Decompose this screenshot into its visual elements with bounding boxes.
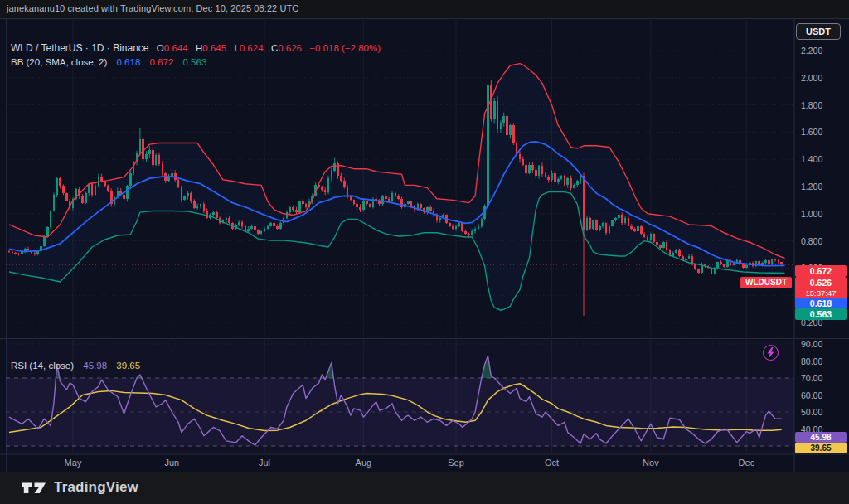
high-value: 0.645 xyxy=(202,43,226,53)
bb-basis-value: 0.618 xyxy=(117,57,141,67)
time-axis-label[interactable]: Jun xyxy=(164,458,179,468)
tradingview-chart-page: janekananu10 created with TradingView.co… xyxy=(0,0,849,504)
rsi-indicator-title[interactable]: RSI (14, close) xyxy=(11,361,74,371)
time-axis-label[interactable]: Jul xyxy=(259,458,270,468)
price-axis-tick[interactable]: 0.800 xyxy=(801,236,822,246)
chart-canvas[interactable] xyxy=(0,19,849,473)
rsi-axis-tick[interactable]: 80.00 xyxy=(801,356,822,366)
price-axis-tick[interactable]: 2.000 xyxy=(801,73,822,83)
symbol-legend-row[interactable]: WLD / TetherUS · 1D · Binance O0.644 H0.… xyxy=(11,41,381,55)
quick-trade-button[interactable] xyxy=(763,345,779,361)
price-axis-tick[interactable]: 2.200 xyxy=(801,46,822,56)
time-axis-label[interactable]: Nov xyxy=(643,458,659,468)
rsi-ma-value-badge: 39.65 xyxy=(795,443,847,453)
price-axis-tick[interactable]: 1.400 xyxy=(801,154,822,164)
lightning-icon xyxy=(766,347,775,358)
price-axis-tick[interactable]: 1.800 xyxy=(801,100,822,110)
rsi-axis-tick[interactable]: 50.00 xyxy=(801,407,822,417)
price-axis-tick[interactable]: 1.600 xyxy=(801,127,822,137)
last-price-value: 0.626 xyxy=(795,277,847,288)
rsi-ma-value: 39.65 xyxy=(116,361,140,371)
rsi-legend-row[interactable]: RSI (14, close) 45.98 39.65 xyxy=(11,361,140,371)
bb-basis-price-badge: 0.618 xyxy=(795,298,847,309)
currency-toggle-button[interactable]: USDT xyxy=(796,23,841,40)
time-axis-label[interactable]: Sep xyxy=(448,458,464,468)
bb-indicator-title[interactable]: BB (20, SMA, close, 2) xyxy=(11,57,107,67)
rsi-axis-tick[interactable]: 70.00 xyxy=(801,373,822,383)
change-value: −0.018 (−2.80%) xyxy=(309,43,381,53)
rsi-axis-tick[interactable]: 60.00 xyxy=(801,390,822,400)
bb-lower-price-badge: 0.563 xyxy=(795,308,847,320)
bar-countdown: 15:37:47 xyxy=(795,288,847,298)
rsi-value: 45.98 xyxy=(83,361,107,371)
attribution-text: janekananu10 created with TradingView.co… xyxy=(7,3,298,13)
bb-legend-row[interactable]: BB (20, SMA, close, 2) 0.618 0.672 0.563 xyxy=(11,56,381,69)
attribution-bar: janekananu10 created with TradingView.co… xyxy=(0,0,849,18)
open-value: 0.644 xyxy=(164,43,188,53)
bb-lower-value: 0.563 xyxy=(183,57,207,67)
tradingview-logo-icon xyxy=(22,480,46,496)
chart-legend: WLD / TetherUS · 1D · Binance O0.644 H0.… xyxy=(11,41,381,70)
symbol-price-tag: WLDUSDT xyxy=(740,277,792,288)
price-axis-tick[interactable]: 1.000 xyxy=(801,209,822,219)
chart-widget: WLD / TetherUS · 1D · Binance O0.644 H0.… xyxy=(0,18,849,472)
time-axis-label[interactable]: Oct xyxy=(545,458,559,468)
low-value: 0.624 xyxy=(240,43,264,53)
high-label: H xyxy=(196,43,202,53)
tradingview-logo-text: TradingView xyxy=(54,479,138,496)
time-axis-label[interactable]: Dec xyxy=(739,458,755,468)
bb-upper-value: 0.672 xyxy=(150,57,174,67)
rsi-value-badge: 45.98 xyxy=(795,432,847,443)
open-label: O xyxy=(157,43,164,53)
rsi-axis-tick[interactable]: 90.00 xyxy=(801,339,822,349)
bb-upper-price-badge: 0.672 xyxy=(795,265,847,277)
time-axis-label[interactable]: May xyxy=(65,458,82,468)
time-axis-label[interactable]: Aug xyxy=(356,458,372,468)
price-axis-tick[interactable]: 1.200 xyxy=(801,182,822,191)
last-price-badge: 0.626 15:37:47 xyxy=(795,277,847,299)
symbol-title[interactable]: WLD / TetherUS · 1D · Binance xyxy=(11,42,149,54)
tradingview-logo[interactable]: TradingView xyxy=(22,479,138,496)
close-label: C xyxy=(271,43,278,53)
footer-bar: TradingView xyxy=(0,472,849,504)
close-value: 0.626 xyxy=(278,43,302,53)
